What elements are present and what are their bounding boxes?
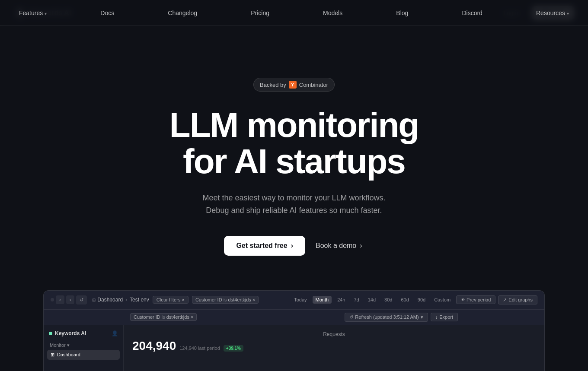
hero-content: Backed by Y Combinator LLM monitoring fo… [0,26,588,371]
time-90d-button[interactable]: 90d [415,296,428,304]
resources-chevron-icon [567,10,569,16]
filter-val: dst4ertkjds [228,297,251,302]
nav-models[interactable]: Models [318,7,348,19]
dashboard-grid-icon: ⊞ [51,352,54,358]
online-indicator [49,332,52,335]
export-icon: ↓ [435,314,438,320]
backed-badge: Backed by Y Combinator [253,78,335,92]
requests-value: 204,940 [132,339,176,353]
refresh-chevron-icon: ▾ [421,314,423,320]
dashboard-body: Keywords AI 👤 Monitor ▾ ⊞ Dashboard Requ… [44,325,544,371]
second-filter-remove[interactable]: × [191,314,193,320]
clear-filters-button[interactable]: Clear filters × [153,296,189,304]
dashboard-sidebar: Keywords AI 👤 Monitor ▾ ⊞ Dashboard [44,325,124,371]
requests-badge: +39.1% [224,345,243,352]
sidebar-logo-row: Keywords AI 👤 [47,330,120,341]
filter-key: Customer ID [195,297,222,302]
sidebar-dashboard-item[interactable]: ⊞ Dashboard [47,350,120,360]
time-today-button[interactable]: Today [291,296,310,304]
book-demo-arrow-icon: › [360,242,362,250]
time-14d-button[interactable]: 14d [365,296,379,304]
export-button[interactable]: ↓ Export [431,313,458,321]
nav-left: Keywords AI Features Docs Changelog Pric… [14,7,71,19]
nav-resources[interactable]: Resources [531,7,574,19]
requests-prev: 124,940 last period [179,346,220,351]
requests-metric: 204,940 124,940 last period +39.1% [132,339,536,353]
eye-icon: 👁 [461,298,465,302]
nav-changelog[interactable]: Changelog [163,7,202,19]
prev-period-button[interactable]: 👁 Prev period [456,295,495,304]
time-60d-button[interactable]: 60d [398,296,412,304]
edit-icon: ↗ [503,297,507,303]
time-24h-button[interactable]: 24h [334,296,348,304]
refresh-button[interactable]: ↺ Refresh (updated 3:51:12 AM) ▾ [345,313,428,322]
get-started-button[interactable]: Get started free › [224,236,305,256]
yc-icon: Y [289,81,297,89]
topbar-left: ‹ › ↺ ⊞ Dashboard › Test env Clear filte… [51,295,259,304]
time-30d-button[interactable]: 30d [381,296,395,304]
filter-remove-button[interactable]: × [252,297,255,302]
hero-cta: Get started free › Book a demo › [224,236,364,256]
forward-button[interactable]: › [66,295,75,304]
nav-blog[interactable]: Blog [391,7,413,19]
nav-discord[interactable]: Discord [457,7,487,19]
sidebar-logo: Keywords AI [49,330,86,336]
book-demo-button[interactable]: Book a demo › [314,236,364,256]
breadcrumb: ⊞ Dashboard › Test env [92,297,149,303]
breadcrumb-sep: › [125,297,127,303]
dashboard-topbar: ‹ › ↺ ⊞ Dashboard › Test env Clear filte… [44,291,544,310]
edit-graphs-button[interactable]: ↗ Edit graphs [498,295,537,304]
time-7d-button[interactable]: 7d [351,296,362,304]
refresh-icon: ↺ [349,314,353,320]
hero-section: Backed by Y Combinator LLM monitoring fo… [0,0,588,371]
requests-label: Requests [132,331,536,337]
nav-links: Features Docs Changelog Pricing Models B… [0,0,588,26]
topbar-right: Today Month 24h 7d 14d 30d 60d 90d Custo… [291,295,537,304]
get-started-arrow-icon: › [291,242,293,250]
back-button[interactable]: ‹ [56,295,64,304]
dashboard-main: Requests 204,940 124,940 last period +39… [124,325,544,371]
dashboard-preview: ‹ › ↺ ⊞ Dashboard › Test env Clear filte… [43,290,545,371]
features-chevron-icon [45,10,47,16]
navbar: Keywords AI Features Docs Changelog Pric… [0,0,588,26]
time-month-button[interactable]: Month [313,296,332,304]
nav-docs[interactable]: Docs [95,7,119,19]
time-custom-button[interactable]: Custom [431,296,454,304]
sidebar-monitor-item[interactable]: Monitor ▾ [47,341,120,350]
nav-features[interactable]: Features [14,7,52,19]
nav-pricing[interactable]: Pricing [246,7,275,19]
hero-subtitle: Meet the easiest way to monitor your LLM… [202,192,385,217]
sidebar-user-icon[interactable]: 👤 [112,330,118,336]
filter-tag: Customer ID is dst4ertkjds × [192,296,259,304]
hero-title: LLM monitoring for AI startups [169,107,419,180]
refresh-nav-button[interactable]: ↺ [76,295,87,304]
second-filter-tag: Customer ID is dst4ertkjds × [130,313,197,321]
